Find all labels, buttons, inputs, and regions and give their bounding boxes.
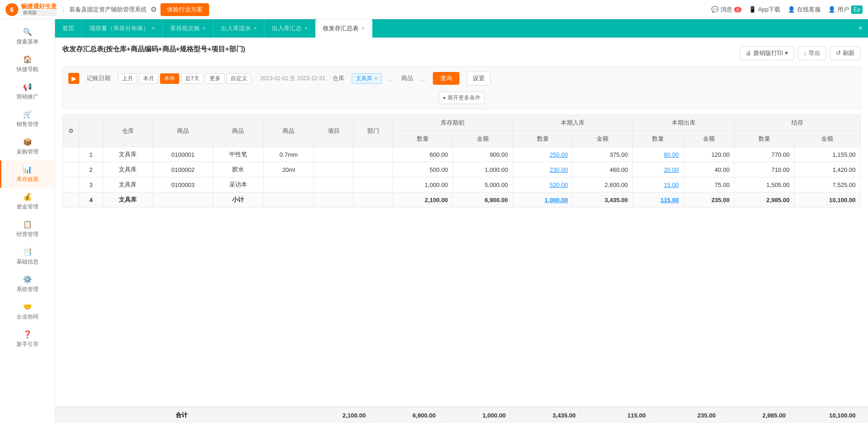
row-out-amount: 120.00 bbox=[684, 147, 735, 162]
close-tab-collect-summary[interactable]: × bbox=[361, 25, 365, 32]
table-row: 1 文具库 0100001 中性笔 0.7mm 600.00 900.00 25… bbox=[63, 147, 861, 162]
app-download-button[interactable]: 📱 App下载 bbox=[749, 5, 780, 14]
date-range-display: 2023-01-01 至 2023-12-31 bbox=[260, 75, 325, 82]
row-goods-name: 胶水 bbox=[213, 162, 263, 177]
row-check[interactable] bbox=[63, 177, 79, 192]
close-all-tabs-button[interactable]: × bbox=[853, 24, 868, 33]
row-check[interactable] bbox=[63, 147, 79, 162]
warehouse-label: 仓库 bbox=[332, 74, 344, 82]
row-department bbox=[354, 177, 393, 192]
try-industry-button[interactable]: 体验行业方案 bbox=[160, 3, 209, 16]
row-in-qty[interactable]: 250.00 bbox=[513, 147, 573, 162]
tab-inventory-dist[interactable]: 现存量（库存分布表） × bbox=[82, 19, 163, 38]
date-btn-custom[interactable]: 自定义 bbox=[227, 73, 251, 84]
sidebar-item-system[interactable]: ⚙️ 系统管理 bbox=[0, 270, 55, 298]
export-button[interactable]: ↓ 导出 bbox=[798, 46, 827, 60]
remove-warehouse-tag[interactable]: × bbox=[374, 75, 377, 82]
user-menu-button[interactable]: 👤 用户 Ea bbox=[828, 5, 862, 14]
col-settings[interactable]: ⚙ bbox=[63, 115, 79, 147]
total-closing-amount: 10,100.00 bbox=[791, 412, 861, 419]
edition-badge: 标准版 bbox=[21, 10, 57, 16]
sidebar-label-marketing: 营销推广 bbox=[17, 93, 39, 101]
table-row: 2 文具库 0100002 胶水 20ml 500.00 1,000.00 23… bbox=[63, 162, 861, 177]
system-subtitle: 装备及固定资产辅助管理系统 bbox=[69, 5, 147, 14]
print-icon: 🖨 bbox=[746, 49, 752, 56]
message-button[interactable]: 💬 消息 6 bbox=[711, 5, 741, 14]
row-out-qty[interactable]: 20.00 bbox=[633, 162, 684, 177]
online-service-button[interactable]: 👤 在线客服 bbox=[788, 5, 821, 14]
date-btn-more[interactable]: 更多 bbox=[205, 73, 225, 84]
user-icon: 👤 bbox=[828, 6, 835, 13]
sidebar-label-enterprise: 企业协同 bbox=[17, 313, 39, 321]
goods-ellipsis[interactable]: ... bbox=[420, 75, 426, 82]
row-warehouse: 文具库 bbox=[103, 162, 153, 177]
row-in-qty[interactable]: 520.00 bbox=[513, 177, 573, 192]
table-container: ⚙ 仓库 商品 商品 商品 项目 部门 库存期初 本期入库 本期出库 bbox=[62, 115, 861, 399]
col-in-header: 本期入库 bbox=[513, 115, 633, 131]
sidebar-label-basic-info: 基础信息 bbox=[17, 258, 39, 266]
warehouse-ellipsis[interactable]: ... bbox=[389, 75, 394, 82]
basic-info-icon: 📑 bbox=[23, 247, 32, 256]
date-btn-7days[interactable]: 近7天 bbox=[181, 73, 204, 84]
tab-batch-ledger[interactable]: 库存批次账 × bbox=[163, 19, 214, 38]
close-tab-in-out-flow[interactable]: × bbox=[254, 25, 257, 32]
page-title: 收发存汇总表(按仓库+商品编码+商品+规格型号+项目+部门) bbox=[62, 45, 245, 54]
col-out-qty: 数量 bbox=[633, 131, 684, 147]
row-out-amount: 75.00 bbox=[684, 177, 735, 192]
marketing-icon: 📢 bbox=[23, 82, 32, 91]
row-closing-amount: 7,525.00 bbox=[794, 177, 860, 192]
sidebar-item-guide[interactable]: ❓ 新手引导 bbox=[0, 325, 55, 353]
tab-collect-summary[interactable]: 收发存汇总表 × bbox=[315, 19, 372, 38]
goods-label: 商品 bbox=[401, 74, 413, 82]
filter-settings-button[interactable]: 设置 bbox=[467, 71, 491, 85]
system-icon: ⚙️ bbox=[23, 275, 32, 284]
filter-collapse-button[interactable]: ▶ bbox=[68, 73, 79, 84]
sidebar-item-quick-nav[interactable]: 🏠 快捷导航 bbox=[0, 50, 55, 78]
close-tab-batch-ledger[interactable]: × bbox=[203, 25, 206, 32]
row-check[interactable] bbox=[63, 192, 79, 208]
close-tab-inventory-dist[interactable]: × bbox=[152, 25, 155, 32]
date-btn-last-month[interactable]: 上月 bbox=[118, 73, 137, 84]
row-out-qty[interactable]: 80.00 bbox=[633, 147, 684, 162]
row-opening-amount: 6,900.00 bbox=[453, 192, 513, 208]
sidebar-item-finance[interactable]: 💰 资金管理 bbox=[0, 188, 55, 215]
tab-home[interactable]: 首页 bbox=[55, 19, 82, 38]
expand-more-conditions-button[interactable]: ▾ 展开更多条件 bbox=[439, 92, 485, 104]
settings-gear-button[interactable]: ⚙ bbox=[150, 5, 157, 14]
sales-icon: 🛒 bbox=[23, 110, 32, 119]
sidebar-item-sales[interactable]: 🛒 销售管理 bbox=[0, 105, 55, 133]
sidebar-item-operations[interactable]: 📋 经营管理 bbox=[0, 215, 55, 243]
row-in-qty[interactable]: 1,000.00 bbox=[513, 192, 573, 208]
sidebar-label-guide: 新手引导 bbox=[17, 341, 39, 348]
date-btn-this-year[interactable]: 本年 bbox=[160, 73, 179, 84]
tab-in-out-flow[interactable]: 出入库流水 × bbox=[214, 19, 265, 38]
row-warehouse: 文具库 bbox=[103, 147, 153, 162]
col-opening-header: 库存期初 bbox=[393, 115, 513, 131]
tab-in-out-summary[interactable]: 出入库汇总 × bbox=[265, 19, 315, 38]
logo-icon: 6 bbox=[6, 3, 18, 16]
row-out-qty[interactable]: 115.00 bbox=[633, 192, 684, 208]
date-btn-this-month[interactable]: 本月 bbox=[139, 73, 158, 84]
close-tab-in-out-summary[interactable]: × bbox=[304, 25, 308, 32]
row-check[interactable] bbox=[63, 162, 79, 177]
row-in-qty[interactable]: 230.00 bbox=[513, 162, 573, 177]
refresh-button[interactable]: ↺ 刷新 bbox=[830, 46, 861, 60]
sidebar-item-search[interactable]: 🔍 搜索菜单 bbox=[0, 23, 55, 50]
sidebar-item-enterprise[interactable]: 🤝 企业协同 bbox=[0, 298, 55, 325]
app-name: 畅捷通好生意 bbox=[21, 3, 57, 10]
summary-table: ⚙ 仓库 商品 商品 商品 项目 部门 库存期初 本期入库 本期出库 bbox=[62, 115, 861, 208]
row-goods-code: 0100003 bbox=[153, 177, 213, 192]
sidebar-item-basic-info[interactable]: 📑 基础信息 bbox=[0, 243, 55, 270]
message-icon: 💬 bbox=[711, 6, 719, 13]
sidebar-item-marketing[interactable]: 📢 营销推广 bbox=[0, 78, 55, 105]
sidebar-item-inventory[interactable]: 📊 库存核算 bbox=[0, 160, 55, 188]
col-opening-qty: 数量 bbox=[393, 131, 453, 147]
row-out-qty[interactable]: 15.00 bbox=[633, 177, 684, 192]
row-in-amount: 3,435.00 bbox=[573, 192, 633, 208]
row-closing-qty: 710.00 bbox=[735, 162, 795, 177]
total-closing-qty: 2,985.00 bbox=[721, 412, 791, 419]
print-button[interactable]: 🖨 拨销版打印 ▾ bbox=[740, 46, 794, 60]
total-out-amount: 235.00 bbox=[651, 412, 721, 419]
sidebar-item-purchase[interactable]: 📦 采购管理 bbox=[0, 133, 55, 160]
query-button[interactable]: 查询 bbox=[433, 72, 459, 85]
